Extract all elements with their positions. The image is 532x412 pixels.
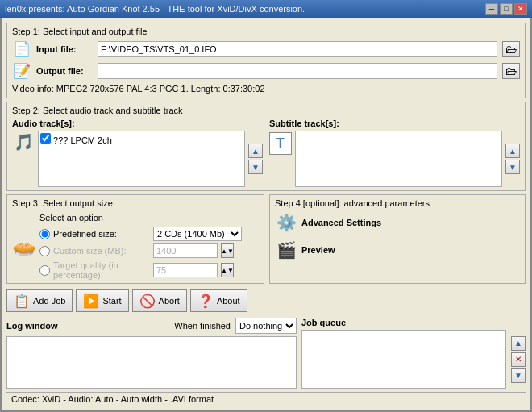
predefined-radio[interactable] xyxy=(39,229,50,239)
add-job-label: Add Job xyxy=(33,296,65,306)
custom-input[interactable] xyxy=(153,243,218,258)
main-window: Step 1: Select input and output file 📄 I… xyxy=(0,18,532,412)
title-bar-buttons: ─ □ ✕ xyxy=(485,3,527,15)
abort-label: Abort xyxy=(159,296,180,306)
custom-spin-button[interactable]: ▲▼ xyxy=(221,243,234,258)
audio-down-button[interactable]: ▼ xyxy=(248,160,263,174)
queue-title: Job queue xyxy=(301,318,346,327)
steps34-container: Step 3: Select output size 🥧 Select an o… xyxy=(6,194,526,284)
audio-track-name: ??? LPCM 2ch xyxy=(53,135,112,145)
when-finished-label: When finished xyxy=(174,321,231,331)
audio-arrows: ▲ ▼ xyxy=(248,131,263,187)
audio-track-item: ??? LPCM 2ch xyxy=(40,133,243,145)
add-job-icon: 📋 xyxy=(14,293,30,309)
minimize-button[interactable]: ─ xyxy=(485,3,498,15)
add-job-button[interactable]: 📋 Add Job xyxy=(6,289,73,312)
audio-up-button[interactable]: ▲ xyxy=(248,144,263,158)
queue-up-button[interactable]: ▲ xyxy=(511,336,526,351)
abort-button[interactable]: 🚫 Abort xyxy=(132,289,187,312)
preview-label: Preview xyxy=(301,245,335,255)
when-finished-select[interactable]: Do nothing Shutdown Hibernate Stand by xyxy=(235,318,297,334)
custom-radio[interactable] xyxy=(39,246,50,256)
status-text: Codec: XviD - Audio: Auto - Auto width -… xyxy=(11,394,214,404)
about-icon: ❓ xyxy=(197,293,214,309)
step1-section: Step 1: Select input and output file 📄 I… xyxy=(6,23,526,98)
audio-track-checkbox[interactable] xyxy=(40,133,51,144)
about-button[interactable]: ❓ About xyxy=(190,289,247,312)
output-file-icon: 📝 xyxy=(12,61,31,81)
audio-track-list[interactable]: ??? LPCM 2ch xyxy=(38,131,245,187)
subtitle-arrows: ▲ ▼ xyxy=(505,131,520,187)
predefined-select[interactable]: 1 CD (700 Mb) 2 CDs (1400 Mb) 3 CDs (210… xyxy=(153,227,242,241)
close-button[interactable]: ✕ xyxy=(514,3,527,15)
film-icon: 🎬 xyxy=(276,240,297,260)
predefined-label: Predefined size: xyxy=(53,229,150,239)
advanced-settings-button[interactable]: ⚙️ Advanced Settings xyxy=(275,211,520,234)
subtitle-section: Subtitle track[s]: T ▲ ▼ xyxy=(269,119,520,187)
step2-title: Step 2: Select audio track and subtitle … xyxy=(12,106,520,115)
queue-box xyxy=(301,330,506,389)
log-queue-row: Log window When finished Do nothing Shut… xyxy=(6,318,526,389)
maximize-button[interactable]: □ xyxy=(500,3,513,15)
input-label: Input file: xyxy=(36,44,93,54)
step2-section: Step 2: Select audio track and subtitle … xyxy=(6,102,526,191)
target-input[interactable] xyxy=(153,263,218,277)
preview-button[interactable]: 🎬 Preview xyxy=(275,239,520,261)
subtitle-icon: T xyxy=(269,132,292,155)
input-file-icon: 📄 xyxy=(12,40,31,59)
audio-icon: 🎵 xyxy=(12,131,35,187)
step3-title: Step 3: Select output size xyxy=(12,198,259,208)
input-browse-button[interactable]: 🗁 xyxy=(502,41,520,57)
audio-section: Audio track[s]: 🎵 ??? LPCM 2ch ▲ ▼ xyxy=(12,119,263,187)
start-label: Start xyxy=(102,296,121,306)
start-icon: ▶️ xyxy=(83,293,99,309)
title-bar: len0x presents: Auto Gordian Knot 2.55 -… xyxy=(0,0,532,18)
subtitle-label: Subtitle track[s]: xyxy=(269,119,520,128)
select-option-title: Select an option xyxy=(39,213,242,223)
about-label: About xyxy=(217,296,240,306)
target-row: Target quality (in percentage): ▲▼ xyxy=(39,260,242,280)
output-file-field[interactable] xyxy=(98,63,497,79)
predefined-row: Predefined size: 1 CD (700 Mb) 2 CDs (14… xyxy=(39,227,242,241)
queue-section: Job queue ▲ ✕ ▼ xyxy=(301,318,526,389)
step3-section: Step 3: Select output size 🥧 Select an o… xyxy=(6,194,264,284)
target-spin-button[interactable]: ▲▼ xyxy=(221,263,234,277)
input-file-field[interactable] xyxy=(98,41,497,57)
output-label: Output file: xyxy=(36,66,93,76)
custom-row: Custom size (MB): ▲▼ xyxy=(39,243,242,258)
subtitle-up-button[interactable]: ▲ xyxy=(505,144,520,158)
start-button[interactable]: ▶️ Start xyxy=(76,289,128,312)
advanced-label: Advanced Settings xyxy=(301,218,381,227)
queue-arrows: ▲ ✕ ▼ xyxy=(509,330,526,389)
step4-title: Step 4 [optional]: advanced parameters xyxy=(275,198,520,208)
subtitle-down-button[interactable]: ▼ xyxy=(505,160,520,174)
pie-chart-icon: 🥧 xyxy=(12,235,36,257)
log-section: Log window When finished Do nothing Shut… xyxy=(6,318,297,389)
queue-down-button[interactable]: ▼ xyxy=(511,368,526,383)
gear-icon: ⚙️ xyxy=(276,213,297,232)
queue-delete-button[interactable]: ✕ xyxy=(511,352,526,367)
log-box xyxy=(6,336,297,389)
status-bar: Codec: XviD - Audio: Auto - Auto width -… xyxy=(6,392,526,406)
target-label: Target quality (in percentage): xyxy=(53,260,150,280)
output-browse-button[interactable]: 🗁 xyxy=(502,63,520,79)
audio-label: Audio track[s]: xyxy=(12,119,263,128)
step4-section: Step 4 [optional]: advanced parameters ⚙… xyxy=(269,194,526,284)
log-title: Log window xyxy=(6,321,58,331)
step1-title: Step 1: Select input and output file xyxy=(12,27,520,36)
window-title: len0x presents: Auto Gordian Knot 2.55 -… xyxy=(5,4,305,14)
action-row: 📋 Add Job ▶️ Start 🚫 Abort ❓ About xyxy=(6,287,526,314)
size-options: Select an option Predefined size: 1 CD (… xyxy=(39,213,242,280)
abort-icon: 🚫 xyxy=(139,293,156,309)
custom-label: Custom size (MB): xyxy=(53,246,150,256)
subtitle-track-list[interactable] xyxy=(295,131,502,187)
target-radio[interactable] xyxy=(39,265,50,276)
video-info: Video info: MPEG2 720x576 PAL 4:3 PGC 1.… xyxy=(12,83,520,94)
